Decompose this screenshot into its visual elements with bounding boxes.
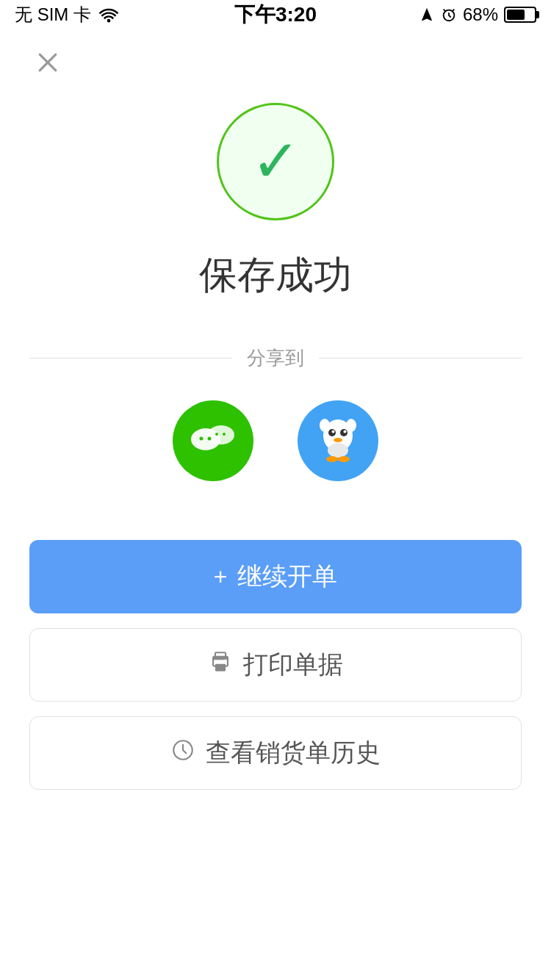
- svg-rect-22: [215, 664, 226, 671]
- checkmark-icon: ✓: [251, 132, 300, 191]
- status-bar: 无 SIM 卡 下午3:20 68%: [0, 0, 551, 29]
- print-button[interactable]: 打印单据: [29, 628, 522, 702]
- share-divider: 分享到: [29, 345, 522, 371]
- history-icon: [170, 738, 195, 768]
- battery-fill: [507, 10, 525, 20]
- wechat-icon: [187, 419, 239, 463]
- print-icon: [208, 649, 233, 680]
- svg-point-14: [334, 438, 342, 442]
- status-left: 无 SIM 卡: [15, 3, 119, 26]
- main-content: ✓ 保存成功 分享到: [0, 29, 551, 980]
- alarm-icon: [441, 7, 457, 23]
- svg-point-5: [200, 437, 204, 441]
- svg-point-13: [343, 430, 346, 433]
- close-button[interactable]: [29, 44, 66, 81]
- svg-point-24: [225, 659, 227, 661]
- divider-left: [29, 358, 232, 359]
- plus-icon: +: [214, 563, 228, 591]
- continue-label: 继续开单: [237, 560, 337, 594]
- close-icon: [35, 49, 61, 76]
- qq-share-button[interactable]: [298, 400, 378, 481]
- wifi-icon: [98, 7, 119, 23]
- svg-point-15: [328, 443, 348, 458]
- success-title: 保存成功: [199, 250, 352, 301]
- status-right: 68%: [419, 4, 536, 25]
- svg-point-17: [338, 456, 350, 462]
- svg-point-18: [320, 419, 330, 432]
- battery-icon: [504, 7, 536, 23]
- svg-point-6: [208, 437, 212, 441]
- svg-point-7: [215, 433, 218, 436]
- history-label: 查看销货单历史: [206, 736, 381, 770]
- success-circle: ✓: [217, 103, 334, 220]
- sim-text: 无 SIM 卡: [15, 3, 91, 26]
- svg-point-11: [340, 429, 347, 436]
- qq-icon: [314, 415, 362, 466]
- status-time: 下午3:20: [234, 1, 317, 29]
- action-buttons: + 继续开单 打印单据: [29, 540, 522, 790]
- svg-point-8: [223, 433, 226, 436]
- svg-point-12: [331, 430, 334, 433]
- history-button[interactable]: 查看销货单历史: [29, 716, 522, 790]
- svg-point-16: [326, 456, 338, 462]
- svg-point-19: [346, 419, 356, 432]
- svg-point-4: [208, 425, 234, 444]
- svg-point-10: [328, 429, 336, 436]
- continue-button[interactable]: + 继续开单: [29, 540, 522, 613]
- wechat-share-button[interactable]: [173, 400, 253, 481]
- battery-percent: 68%: [463, 4, 498, 25]
- share-icons: [173, 400, 378, 481]
- print-label: 打印单据: [243, 648, 343, 682]
- share-label: 分享到: [247, 345, 304, 371]
- divider-right: [319, 358, 522, 359]
- location-icon: [419, 7, 435, 23]
